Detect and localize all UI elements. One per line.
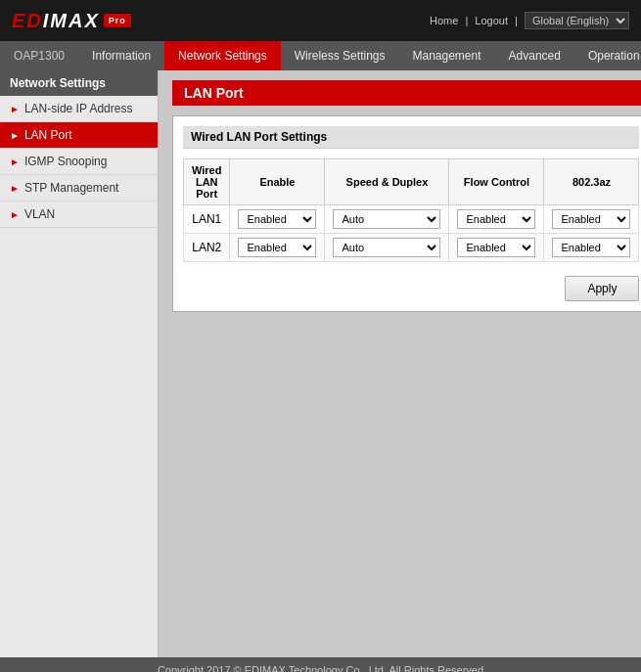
section-box: Wired LAN Port Settings Wired LAN Port E… bbox=[172, 115, 641, 312]
arrow-icon: ► bbox=[10, 183, 20, 194]
section-title: Wired LAN Port Settings bbox=[183, 126, 639, 149]
sidebar-item-stp-management[interactable]: ► STP Management bbox=[0, 175, 158, 202]
az-cell-lan1: Enabled Disabled bbox=[544, 205, 639, 234]
header: EDIMAX Pro Home | Logout | Global (Engli… bbox=[0, 0, 641, 41]
pro-badge: Pro bbox=[104, 14, 131, 27]
enable-select-lan1[interactable]: Enabled Disabled bbox=[238, 209, 316, 229]
port-label-lan1: LAN1 bbox=[184, 205, 230, 234]
sidebar: Network Settings ► LAN-side IP Address ►… bbox=[0, 70, 159, 657]
logout-link[interactable]: Logout bbox=[475, 15, 508, 26]
arrow-icon: ► bbox=[10, 209, 20, 220]
content-area: LAN Port Wired LAN Port Settings Wired L… bbox=[159, 70, 641, 657]
sep1: | bbox=[465, 15, 468, 26]
col-header-port: Wired LAN Port bbox=[184, 159, 230, 205]
sidebar-item-label: VLAN bbox=[24, 207, 55, 221]
flow-select-lan2[interactable]: Enabled Disabled bbox=[457, 238, 535, 257]
sidebar-item-label: STP Management bbox=[24, 181, 119, 195]
sep2: | bbox=[515, 15, 518, 26]
az-select-lan2[interactable]: Enabled Disabled bbox=[552, 238, 630, 257]
logo: EDIMAX Pro bbox=[12, 10, 131, 32]
main-wrapper: Network Settings ► LAN-side IP Address ►… bbox=[0, 70, 641, 657]
col-header-az: 802.3az bbox=[544, 159, 639, 205]
sidebar-item-igmp-snooping[interactable]: ► IGMP Snooping bbox=[0, 149, 158, 175]
page-title: LAN Port bbox=[172, 80, 641, 106]
speed-select-lan1[interactable]: Auto 10M Half 10M Full 100M Half 100M Fu… bbox=[333, 209, 440, 229]
nav-item-wireless-settings[interactable]: Wireless Settings bbox=[281, 41, 399, 70]
sidebar-item-lan-port[interactable]: ► LAN Port bbox=[0, 122, 158, 149]
nav-item-advanced[interactable]: Advanced bbox=[495, 41, 574, 70]
col-header-flow: Flow Control bbox=[449, 159, 544, 205]
nav-item-management[interactable]: Management bbox=[398, 41, 494, 70]
footer: Copyright 2017 © EDIMAX Technology Co., … bbox=[0, 657, 641, 672]
arrow-icon: ► bbox=[10, 130, 20, 141]
arrow-icon: ► bbox=[10, 104, 20, 114]
enable-select-lan2[interactable]: Enabled Disabled bbox=[238, 238, 316, 257]
logo-text: EDIMAX bbox=[12, 10, 100, 32]
az-cell-lan2: Enabled Disabled bbox=[544, 234, 639, 262]
enable-cell-lan1: Enabled Disabled bbox=[230, 205, 325, 234]
port-label-lan2: LAN2 bbox=[184, 234, 230, 262]
speed-cell-lan1: Auto 10M Half 10M Full 100M Half 100M Fu… bbox=[325, 205, 449, 234]
sidebar-title: Network Settings bbox=[0, 70, 158, 96]
flow-cell-lan2: Enabled Disabled bbox=[449, 234, 544, 262]
speed-cell-lan2: Auto 10M Half 10M Full 100M Half 100M Fu… bbox=[325, 234, 449, 262]
nav-item-operation-mode[interactable]: Operation Mode bbox=[574, 41, 641, 70]
col-header-enable: Enable bbox=[230, 159, 325, 205]
table-row: LAN1 Enabled Disabled Auto 10M Half bbox=[184, 205, 639, 234]
home-link[interactable]: Home bbox=[430, 15, 458, 26]
main-nav: OAP1300 Information Network Settings Wir… bbox=[0, 41, 641, 70]
sidebar-item-label: LAN Port bbox=[24, 128, 72, 142]
footer-text: Copyright 2017 © EDIMAX Technology Co., … bbox=[158, 664, 483, 672]
arrow-icon: ► bbox=[10, 157, 20, 167]
sidebar-item-lan-side-ip[interactable]: ► LAN-side IP Address bbox=[0, 96, 158, 122]
speed-select-lan2[interactable]: Auto 10M Half 10M Full 100M Half 100M Fu… bbox=[333, 238, 440, 257]
nav-item-information[interactable]: Information bbox=[78, 41, 164, 70]
header-links: Home | Logout | Global (English) bbox=[430, 12, 629, 29]
sidebar-item-vlan[interactable]: ► VLAN bbox=[0, 202, 158, 228]
table-row: LAN2 Enabled Disabled Auto 10M Half bbox=[184, 234, 639, 262]
nav-item-network-settings[interactable]: Network Settings bbox=[164, 41, 281, 70]
wired-lan-table: Wired LAN Port Enable Speed & Duplex Flo… bbox=[183, 158, 639, 262]
device-label: OAP1300 bbox=[0, 41, 78, 70]
flow-cell-lan1: Enabled Disabled bbox=[449, 205, 544, 234]
apply-button[interactable]: Apply bbox=[565, 276, 639, 301]
flow-select-lan1[interactable]: Enabled Disabled bbox=[457, 209, 535, 229]
apply-row: Apply bbox=[183, 276, 639, 301]
language-select[interactable]: Global (English) bbox=[525, 12, 629, 29]
sidebar-item-label: IGMP Snooping bbox=[24, 155, 108, 168]
sidebar-item-label: LAN-side IP Address bbox=[24, 102, 133, 115]
col-header-speed: Speed & Duplex bbox=[325, 159, 449, 205]
az-select-lan1[interactable]: Enabled Disabled bbox=[552, 209, 630, 229]
enable-cell-lan2: Enabled Disabled bbox=[230, 234, 325, 262]
